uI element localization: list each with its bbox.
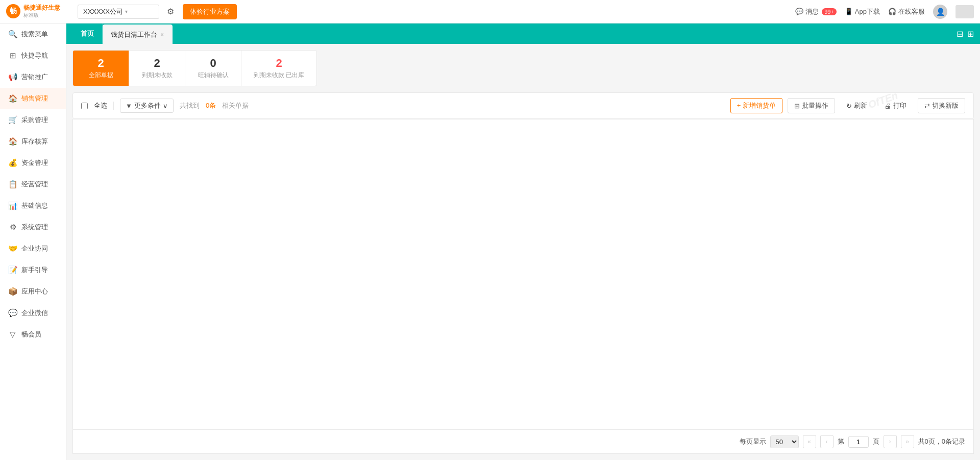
sidebar-item-purchase[interactable]: 🛒 采购管理	[0, 109, 66, 131]
found-count: 0条	[206, 101, 216, 110]
stat-wangfu-label: 旺辅待确认	[198, 71, 229, 80]
print-icon: 🖨	[885, 102, 891, 110]
toolbar-right: + 新增销货单 ⊞ 批量操作 ↻ 刷新 🖨 打印 ⇄ 切换新版	[730, 98, 965, 113]
stat-tab-wangfu[interactable]: 0 旺辅待确认	[185, 51, 241, 86]
sidebar-item-quick-nav[interactable]: ⊞ 快捷导航	[0, 45, 66, 66]
sidebar-item-guide[interactable]: 📝 新手引导	[0, 259, 66, 281]
toolbar-divider	[113, 102, 114, 110]
grid-icon: ⊞	[8, 51, 17, 60]
tab-active-label: 钱货日清工作台	[111, 30, 157, 39]
sidebar-item-operations[interactable]: 📋 经营管理	[0, 174, 66, 195]
add-sale-button[interactable]: + 新增销货单	[730, 98, 782, 113]
sidebar-item-search[interactable]: 🔍 搜索菜单	[0, 23, 66, 45]
member-icon: ▽	[8, 330, 17, 339]
sidebar-operations-label: 经营管理	[21, 180, 48, 189]
sidebar-finance-label: 资金管理	[21, 158, 48, 167]
logo-line2: 标准版	[23, 12, 60, 19]
stat-tab-shipped[interactable]: 2 到期未收款 已出库	[241, 51, 316, 86]
app-center-icon: 📦	[8, 287, 17, 296]
sidebar-item-system[interactable]: ⚙ 系统管理	[0, 216, 66, 238]
stats-tabs: 2 全部单据 2 到期未收款 0 旺辅待确认 2 到期未收款 已出库	[72, 50, 317, 86]
page-label: 第	[838, 437, 844, 446]
first-page-button[interactable]: «	[803, 435, 816, 448]
inventory-icon: 🏠	[8, 137, 17, 146]
last-page-icon: »	[905, 438, 909, 445]
tab-home[interactable]: 首页	[72, 23, 103, 44]
prev-page-button[interactable]: ‹	[820, 435, 834, 448]
found-suffix: 相关单据	[222, 101, 249, 110]
sidebar-item-base-info[interactable]: 📊 基础信息	[0, 195, 66, 216]
tab-home-label: 首页	[81, 29, 94, 38]
online-service-action[interactable]: 🎧 在线客服	[888, 7, 925, 16]
tab-qianhuorizingong[interactable]: 钱货日清工作台 ×	[103, 25, 173, 45]
sidebar-base-info-label: 基础信息	[21, 201, 48, 210]
stat-all-number: 2	[85, 57, 116, 70]
top-header: 畅 畅捷通好生意 标准版 XXXXXX公司 ▾ ⚙ 体验行业方案 💬 消息 99…	[0, 0, 980, 23]
tab-close-icon[interactable]: ×	[160, 31, 164, 38]
settings-icon[interactable]: ⚙	[162, 4, 179, 20]
logo-area: 畅 畅捷通好生意 标准版	[6, 4, 72, 18]
per-page-select[interactable]: 50 100 200	[770, 435, 799, 448]
sidebar-sales-label: 销售管理	[21, 94, 48, 103]
tab-minimize-icon[interactable]: ⊟	[957, 29, 963, 39]
sidebar-item-app-center[interactable]: 📦 应用中心	[0, 281, 66, 302]
next-page-button[interactable]: ›	[884, 435, 897, 448]
message-icon: 💬	[795, 8, 803, 15]
search-icon: 🔍	[8, 30, 17, 39]
select-all-label: 全选	[94, 101, 107, 110]
tab-maximize-icon[interactable]: ⊞	[967, 29, 974, 39]
prev-page-icon: ‹	[826, 438, 828, 445]
sidebar-item-sales[interactable]: 🏠 销售管理	[0, 88, 66, 109]
total-info: 共0页，0条记录	[918, 437, 965, 446]
batch-operation-button[interactable]: ⊞ 批量操作	[788, 98, 835, 113]
stat-wangfu-number: 0	[198, 57, 229, 70]
switch-version-button[interactable]: ⇄ 切换新版	[918, 98, 965, 113]
app-download-label: App下载	[855, 7, 880, 16]
operations-icon: 📋	[8, 180, 17, 189]
logo-text-area: 畅捷通好生意 标准版	[23, 4, 60, 18]
user-dropdown[interactable]	[955, 5, 974, 18]
stat-tab-all[interactable]: 2 全部单据	[73, 51, 129, 86]
stat-overdue-label: 到期未收款	[141, 71, 173, 80]
logo-line1: 畅捷通好生意	[23, 4, 60, 11]
print-button[interactable]: 🖨 打印	[878, 99, 913, 113]
next-page-icon: ›	[889, 438, 891, 445]
refresh-icon: ↻	[846, 102, 852, 110]
app-download-action[interactable]: 📱 App下载	[845, 7, 880, 16]
sidebar-item-wechat[interactable]: 💬 企业微信	[0, 302, 66, 324]
print-label: 打印	[893, 101, 906, 110]
company-selector[interactable]: XXXXXX公司 ▾	[78, 5, 159, 19]
headset-icon: 🎧	[888, 8, 896, 15]
last-page-button[interactable]: »	[901, 435, 914, 448]
sidebar-item-inventory[interactable]: 🏠 库存核算	[0, 131, 66, 152]
avatar[interactable]: 👤	[933, 5, 947, 19]
filter-button[interactable]: ▼ 更多条件 ∨	[120, 99, 174, 113]
online-service-label: 在线客服	[898, 7, 925, 16]
filter-icon: ▼	[126, 102, 132, 110]
sidebar-marketing-label: 营销推广	[21, 72, 48, 82]
page-input[interactable]	[848, 436, 869, 448]
sidebar-item-marketing[interactable]: 📢 营销推广	[0, 66, 66, 88]
trial-button[interactable]: 体验行业方案	[183, 4, 237, 19]
sidebar-guide-label: 新手引导	[21, 265, 48, 275]
stat-tab-overdue[interactable]: 2 到期未收款	[129, 51, 185, 86]
sidebar-wechat-label: 企业微信	[21, 308, 48, 318]
sidebar: 🔍 搜索菜单 ⊞ 快捷导航 📢 营销推广 🏠 销售管理 🛒 采购管理 🏠 库存核…	[0, 23, 66, 460]
stat-shipped-number: 2	[254, 57, 304, 70]
select-all-checkbox[interactable]	[81, 103, 88, 109]
refresh-button[interactable]: ↻ 刷新	[840, 99, 873, 113]
sidebar-search-label: 搜索菜单	[21, 30, 48, 39]
batch-label: 批量操作	[802, 101, 828, 110]
sidebar-purchase-label: 采购管理	[21, 115, 48, 125]
base-info-icon: 📊	[8, 201, 17, 210]
pagination-bar: 每页显示 50 100 200 « ‹ 第 页 › » 共0页，0条记录	[72, 430, 974, 454]
purchase-icon: 🛒	[8, 115, 17, 125]
sidebar-item-finance[interactable]: 💰 资金管理	[0, 152, 66, 174]
sidebar-item-member[interactable]: ▽ 畅会员	[0, 324, 66, 345]
corp-icon: 🤝	[8, 244, 17, 253]
sidebar-item-corp-coop[interactable]: 🤝 企业协同	[0, 238, 66, 259]
refresh-label: 刷新	[854, 101, 867, 110]
tab-actions: ⊟ ⊞	[957, 29, 974, 39]
message-action[interactable]: 💬 消息 99+	[795, 7, 837, 16]
filter-chevron-icon: ∨	[163, 102, 168, 110]
